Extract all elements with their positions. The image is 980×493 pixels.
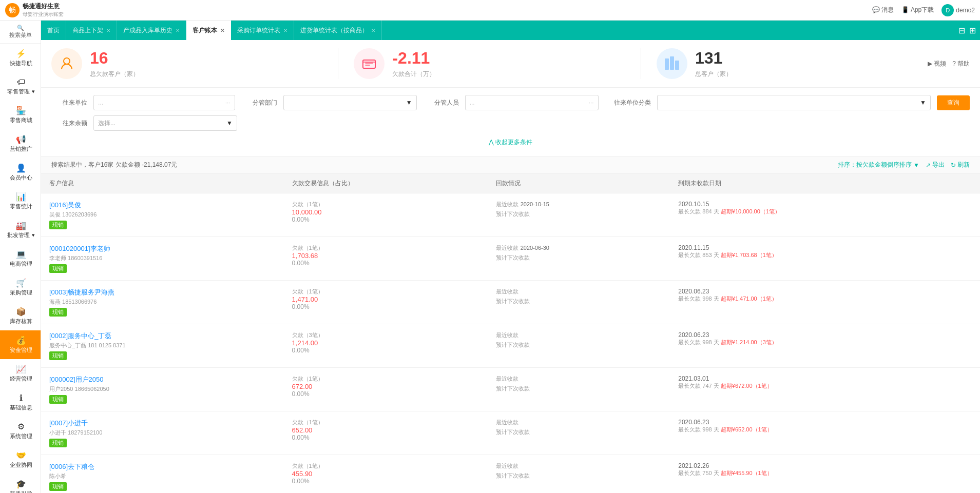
customer-name-5[interactable]: [0007]小进千: [49, 419, 276, 428]
table-row: [0007]小进千 小进千 18279152100 现销 欠款（1笔） 652.…: [41, 411, 980, 455]
logo-icon: 畅: [5, 3, 20, 17]
tab-purchase-stats[interactable]: 采购订单统计表 ✕: [231, 21, 294, 40]
video-btn[interactable]: ▶ 视频: [928, 60, 946, 68]
stat-number-amount: -2.11: [392, 49, 435, 68]
close-icon[interactable]: ✕: [176, 28, 180, 33]
customer-name-3[interactable]: [0002]服务中心_丁磊: [49, 331, 276, 341]
overdue-date-1: 2020.11.15: [678, 244, 972, 251]
customer-name-2[interactable]: [0003]畅捷服务尹海燕: [49, 288, 276, 297]
download-btn[interactable]: 📱 App下载: [901, 6, 934, 14]
tab-product-shelf[interactable]: 商品上下架 ✕: [66, 21, 117, 40]
query-button[interactable]: 查询: [937, 95, 970, 110]
export-btn[interactable]: ↗ 导出: [926, 161, 945, 169]
customer-tag-2: 现销: [49, 308, 67, 317]
debt-amount-4[interactable]: 672.00: [292, 383, 480, 390]
sidebar-item-wholesale[interactable]: 🏭 批发管理 ▾: [0, 215, 41, 244]
dept-chevron-icon: ▼: [406, 99, 412, 106]
sidebar-item-basic-info[interactable]: ℹ 基础信息: [0, 388, 41, 417]
dept-select[interactable]: ▼: [283, 95, 417, 110]
close-icon[interactable]: ✕: [220, 28, 224, 33]
tab-home[interactable]: 首页: [41, 21, 66, 40]
debt-amount-2[interactable]: 1,471.00: [292, 295, 480, 303]
sidebar-item-retail-stats[interactable]: 📊 零售统计: [0, 187, 41, 215]
close-icon[interactable]: ✕: [106, 28, 110, 33]
sidebar-item-enterprise[interactable]: 🤝 企业协同: [0, 445, 41, 474]
user-avatar[interactable]: D demo2: [941, 4, 975, 16]
stats-bar: 16 总欠款客户（家）: [41, 40, 980, 88]
overdue-amount-4[interactable]: 超期¥672.00（1笔）: [721, 383, 773, 389]
sidebar-item-operation[interactable]: 📈 经营管理: [0, 359, 41, 388]
data-table: 客户信息 欠款交易信息（占比） 回款情况 到期未收款日期 [0016]吴俊 吴俊…: [41, 174, 980, 493]
person-input[interactable]: ... ···: [465, 95, 599, 110]
tab-purchase-product-stats[interactable]: 进货单统计表（按商品） ✕: [294, 21, 382, 40]
search-result-bar: 搜索结果中，客户16家 欠款金额 -21,148.07元 排序：按欠款金额倒序排…: [41, 156, 980, 174]
message-btn[interactable]: 💬 消息: [872, 6, 894, 14]
sidebar-item-retail-mgmt[interactable]: 🏷 零售管理 ▾: [0, 72, 41, 101]
overdue-date-5: 2020.06.23: [678, 419, 972, 426]
sidebar-item-guide[interactable]: 🎓 新手引导: [0, 474, 41, 493]
debt-amount-0[interactable]: 10,000.00: [292, 208, 480, 216]
overdue-amount-2[interactable]: 超期¥1,471.00（1笔）: [721, 295, 777, 302]
debt-amount-5[interactable]: 652.00: [292, 426, 480, 434]
search-menu[interactable]: 🔍 搜索菜单: [0, 21, 41, 44]
sidebar-item-marketing[interactable]: 📢 营销推广: [0, 129, 41, 158]
cell-customer-5: [0007]小进千 小进千 18279152100 现销: [41, 411, 284, 455]
cell-customer-4: [000002]用户2050 用户2050 18665062050 现销: [41, 368, 284, 411]
balance-select[interactable]: 选择... ▼: [93, 115, 237, 131]
customer-name-1[interactable]: [0001020001]李老师: [49, 244, 276, 253]
tab-product-history[interactable]: 产成品入库单历史 ✕: [117, 21, 186, 40]
sidebar-item-retail-mall[interactable]: 🏪 零售商城: [0, 101, 41, 129]
dept-label: 分管部门: [241, 98, 277, 107]
th-return-status: 回款情况: [488, 174, 670, 193]
customer-name-6[interactable]: [0006]去下粮仓: [49, 462, 276, 471]
overdue-days-2: 最长欠款 998 天 超期¥1,471.00（1笔）: [678, 295, 972, 303]
th-debt-info: 欠款交易信息（占比）: [284, 174, 488, 193]
cell-return-1: 最近收款 2020-06-30 预计下次收款: [488, 237, 670, 281]
customer-name-0[interactable]: [0016]吴俊: [49, 201, 276, 210]
sort-chevron-icon[interactable]: ▼: [913, 162, 919, 169]
sidebar-item-finance[interactable]: 💰 资金管理: [0, 330, 41, 359]
overdue-amount-6[interactable]: 超期¥455.90（1笔）: [721, 470, 773, 476]
customer-phone-1: 李老师 18600391516: [49, 254, 276, 262]
filter-row-2: 往来余额 选择... ▼: [51, 115, 970, 131]
cell-overdue-3: 2020.06.23 最长欠款 998 天 超期¥1,214.00（3笔）: [670, 324, 980, 368]
overdue-days-4: 最长欠款 747 天 超期¥672.00（1笔）: [678, 382, 972, 390]
overdue-amount-1[interactable]: 超期¥1,703.68（1笔）: [721, 252, 777, 258]
sidebar-item-ecommerce[interactable]: 💻 电商管理: [0, 244, 41, 273]
overdue-amount-5[interactable]: 超期¥652.00（1笔）: [721, 426, 773, 432]
stat-top-actions: ▶ 视频 ? 帮助: [928, 60, 970, 68]
cell-return-6: 最近收款 预计下次收款: [488, 455, 670, 494]
sidebar-item-nav[interactable]: ⚡ 快捷导航: [0, 44, 41, 72]
sidebar-item-member[interactable]: 👤 会员中心: [0, 158, 41, 187]
stat-info-customers: 16 总欠款客户（家）: [90, 49, 139, 78]
help-btn[interactable]: ? 帮助: [952, 60, 970, 68]
sidebar-item-purchase[interactable]: 🛒 采购管理: [0, 273, 41, 302]
debt-amount-3[interactable]: 1,214.00: [292, 339, 480, 347]
sidebar-item-inventory[interactable]: 📦 库存核算: [0, 302, 41, 330]
debt-amount-6[interactable]: 455.90: [292, 470, 480, 478]
person-dots: ...: [470, 99, 475, 106]
sidebar-item-system[interactable]: ⚙ 系统管理: [0, 417, 41, 445]
overdue-amount-3[interactable]: 超期¥1,214.00（3笔）: [721, 339, 777, 345]
cell-customer-1: [0001020001]李老师 李老师 18600391516 现销: [41, 237, 284, 281]
overdue-date-2: 2020.06.23: [678, 288, 972, 295]
tab-customer-account[interactable]: 客户账本 ✕: [186, 21, 231, 40]
overdue-amount-0[interactable]: 超期¥10,000.00（1笔）: [721, 208, 780, 214]
person-label: 分管人员: [423, 98, 459, 107]
customer-phone-5: 小进千 18279152100: [49, 429, 276, 437]
table-header-row: 客户信息 欠款交易信息（占比） 回款情况 到期未收款日期: [41, 174, 980, 193]
close-icon[interactable]: ✕: [283, 28, 287, 33]
cell-debt-3: 欠款（3笔） 1,214.00 0.00%: [284, 324, 488, 368]
tabs-collapse-icon[interactable]: ⊟: [958, 26, 965, 35]
tabs-expand-icon[interactable]: ⊞: [969, 26, 976, 35]
customer-name-4[interactable]: [000002]用户2050: [49, 375, 276, 384]
sort-label: 排序：按欠款金额倒序排序 ▼: [838, 161, 919, 169]
collapse-button[interactable]: ⋀ 收起更多条件: [51, 136, 970, 149]
close-icon[interactable]: ✕: [371, 28, 375, 33]
unit-class-select[interactable]: ▼: [657, 95, 931, 110]
source-unit-input[interactable]: ... ···: [93, 95, 235, 110]
debt-amount-1[interactable]: 1,703.68: [292, 252, 480, 260]
th-overdue-date: 到期未收款日期: [670, 174, 980, 193]
refresh-btn[interactable]: ↻ 刷新: [951, 161, 970, 169]
debt-count-2: 欠款（1笔）: [292, 288, 480, 295]
